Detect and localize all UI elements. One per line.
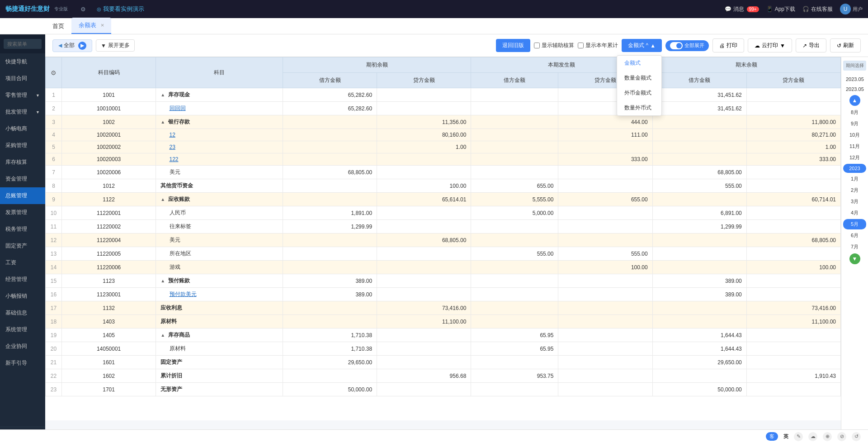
settings-icon[interactable]: ⚙ <box>80 6 86 13</box>
sidebar-item-expense[interactable]: 小畅报销 <box>0 288 45 305</box>
back-to-old-btn[interactable]: 退回旧版 <box>496 39 530 52</box>
date-6[interactable]: 6月 <box>843 230 866 241</box>
amount-mode-btn[interactable]: 金额式 ^ ▲ <box>622 39 662 52</box>
lang-switcher[interactable]: 英 <box>783 433 788 440</box>
date-11[interactable]: 11月 <box>843 141 866 152</box>
row-cd-debit <box>471 153 558 166</box>
row-name[interactable]: 12 <box>156 129 283 141</box>
sidebar-item-payroll[interactable]: 工资 <box>0 254 45 271</box>
row-name-link[interactable]: 122 <box>170 156 179 162</box>
sidebar-item-project[interactable]: 项目合同 <box>0 70 45 87</box>
date-3[interactable]: 3月 <box>843 196 866 207</box>
date-7[interactable]: 7月 <box>843 242 866 252</box>
sidebar-item-guide[interactable]: 新手引导 <box>0 355 45 372</box>
settings-icon[interactable]: ⚙ <box>51 69 57 76</box>
sidebar-item-retail[interactable]: 零售管理▼ <box>0 87 45 104</box>
date-2[interactable]: 2月 <box>843 185 866 195</box>
expand-triangle-icon[interactable]: ▲ <box>160 197 165 202</box>
forward-arrow-icon[interactable]: ▶ <box>78 42 86 50</box>
sidebar-item-quick-nav[interactable]: 快捷导航 <box>0 53 45 70</box>
expand-triangle-icon[interactable]: ▲ <box>160 278 165 283</box>
show-year-checkbox[interactable] <box>578 43 584 48</box>
row-name-link[interactable]: 回回回 <box>170 105 186 111</box>
row-name[interactable]: 23 <box>156 141 283 153</box>
block-icon[interactable]: ⊘ <box>837 432 846 441</box>
expand-all-toggle[interactable]: 全部展开 <box>665 40 709 51</box>
edit-icon[interactable]: ✎ <box>794 432 803 441</box>
row-cb-credit <box>746 206 840 220</box>
sidebar-item-wholesale[interactable]: 批发管理▼ <box>0 104 45 120</box>
expand-more-btn[interactable]: ▼ 展开更多 <box>96 39 135 52</box>
sidebar-item-management[interactable]: 经营管理 <box>0 271 45 288</box>
row-name-link[interactable]: 12 <box>170 132 175 138</box>
date-10[interactable]: 10月 <box>843 130 866 140</box>
date-5[interactable]: 5月 <box>843 219 866 229</box>
row-name-text: 原材料 <box>170 345 186 352</box>
date-2023[interactable]: 2023 <box>843 164 866 173</box>
app-download-btn[interactable]: 📱 App下载 <box>766 5 795 13</box>
cloud-sync-icon[interactable]: ☁ <box>808 432 817 441</box>
date-12[interactable]: 12月 <box>843 152 866 163</box>
sidebar-item-capital[interactable]: 资金管理 <box>0 171 45 187</box>
sidebar-item-ledger[interactable]: 总账管理 <box>0 187 45 204</box>
date-4[interactable]: 4月 <box>843 208 866 218</box>
row-cd-credit <box>558 369 652 383</box>
sidebar-item-fixed-assets[interactable]: 固定资产 <box>0 238 45 254</box>
sidebar-item-ecommerce[interactable]: 小畅电商 <box>0 120 45 137</box>
nav-up-circle[interactable]: ▲ <box>849 95 860 106</box>
print-btn[interactable]: 🖨 打印 <box>712 38 744 52</box>
tab-balance[interactable]: 余额表 × <box>71 18 111 34</box>
table-container[interactable]: ⚙ 科目编码 科目 期初余额 本期发生额 期末余额 借方金额 贷方金额 借方金额 <box>45 57 841 420</box>
tab-home[interactable]: 首页 <box>45 19 71 34</box>
row-name-link[interactable]: 预付款美元 <box>170 291 197 297</box>
all-filter[interactable]: ◀ 全部 ▶ <box>52 39 92 52</box>
export-btn[interactable]: ↗ 导出 <box>796 38 826 52</box>
chat-btn[interactable]: 客 <box>766 432 778 441</box>
row-name[interactable]: 预付款美元 <box>156 288 283 301</box>
sidebar-item-basic-info[interactable]: 基础信息 <box>0 305 45 321</box>
expand-triangle-icon[interactable]: ▲ <box>160 92 165 97</box>
sidebar-item-invoice[interactable]: 发票管理 <box>0 204 45 221</box>
date-1[interactable]: 1月 <box>843 174 866 184</box>
row-cb-credit: 80,271.00 <box>746 129 840 141</box>
search-input[interactable] <box>4 39 42 49</box>
row-cd-credit <box>558 206 652 220</box>
row-name-link[interactable]: 23 <box>170 144 175 150</box>
menu-item-amount[interactable]: 金额式 <box>617 56 661 71</box>
sidebar-item-purchase[interactable]: 采购管理 <box>0 137 45 154</box>
date-year2[interactable]: 2023.05 <box>843 85 866 94</box>
show-aux-checkbox[interactable] <box>534 43 540 48</box>
sidebar: 快捷导航 项目合同 零售管理▼ 批发管理▼ 小畅电商 采购管理 库存核算 资金管… <box>0 34 45 443</box>
menu-item-qty-foreign[interactable]: 数量外币式 <box>617 100 661 115</box>
menu-item-qty-amount[interactable]: 数量金额式 <box>617 71 661 86</box>
sidebar-item-inventory[interactable]: 库存核算 <box>0 154 45 171</box>
expand-triangle-icon[interactable]: ▲ <box>160 119 165 124</box>
date-year1[interactable]: 2023.05 <box>843 75 866 84</box>
row-cd-credit <box>558 220 652 233</box>
date-9[interactable]: 9月 <box>843 119 866 129</box>
message-btn[interactable]: 💬 消息 99+ <box>725 5 759 13</box>
row-name: 累计折旧 <box>156 369 283 383</box>
user-avatar[interactable]: U 用户 <box>840 4 863 14</box>
col-settings-header[interactable]: ⚙ <box>46 57 62 88</box>
toggle-switch[interactable] <box>670 42 683 49</box>
cloud-print-btn[interactable]: ☁ 云打印 ▼ <box>748 38 792 52</box>
show-year-check-label[interactable]: 显示本年累计 <box>578 42 618 49</box>
row-name[interactable]: 122 <box>156 153 283 166</box>
date-8[interactable]: 8月 <box>843 107 866 118</box>
rotate-icon[interactable]: ↺ <box>852 432 861 441</box>
demo-link[interactable]: ◎ 我要看实例演示 <box>97 5 144 13</box>
sidebar-item-tax[interactable]: 税务管理 <box>0 221 45 238</box>
sidebar-item-system[interactable]: 系统管理 <box>0 321 45 338</box>
sidebar-item-cooperation[interactable]: 企业协同 <box>0 338 45 355</box>
menu-item-foreign-amount[interactable]: 外币金额式 <box>617 86 661 100</box>
online-service-btn[interactable]: 🎧 在线客服 <box>802 5 833 13</box>
nav-down-circle[interactable]: ▼ <box>849 253 860 264</box>
row-name-text: 人民币 <box>170 210 186 216</box>
add-icon[interactable]: ⊕ <box>823 432 832 441</box>
expand-triangle-icon[interactable]: ▲ <box>160 333 165 338</box>
tab-close-icon[interactable]: × <box>101 22 104 29</box>
refresh-btn[interactable]: ↺ 刷新 <box>830 38 861 52</box>
show-aux-check-label[interactable]: 显示辅助核算 <box>534 42 574 49</box>
row-name[interactable]: 回回回 <box>156 102 283 115</box>
